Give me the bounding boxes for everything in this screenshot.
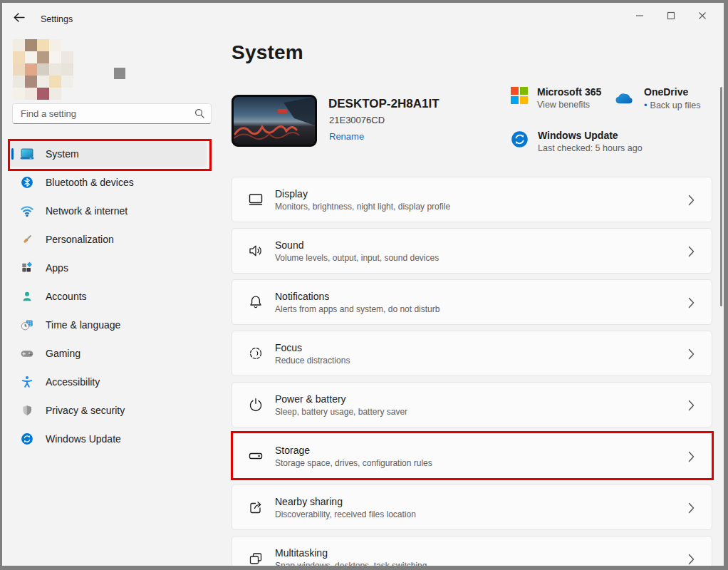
- focus-icon: [246, 344, 265, 363]
- window-border-left: [0, 0, 2, 570]
- shield-icon: [19, 403, 36, 418]
- setting-title: Multitasking: [275, 547, 427, 559]
- setting-subtitle: Discoverability, received files location: [275, 509, 416, 519]
- sync-icon: [19, 431, 36, 447]
- person-icon: [19, 289, 36, 304]
- window-border-bottom: [0, 566, 728, 570]
- device-thumbnail: [232, 95, 317, 147]
- setting-title: Nearby sharing: [275, 496, 416, 507]
- sidebar-item-personalization[interactable]: Personalization: [9, 227, 207, 252]
- drive-icon: [246, 447, 265, 465]
- selected-indicator: [11, 148, 14, 160]
- chevron-right-icon: [688, 297, 695, 309]
- bluetooth-icon: [19, 175, 36, 190]
- power-icon: [246, 395, 265, 414]
- settings-list: Display Monitors, brightness, night ligh…: [232, 177, 712, 570]
- settings-row-power-battery[interactable]: Power & battery Sleep, battery usage, ba…: [232, 382, 712, 428]
- sidebar-item-label: Time & language: [46, 319, 120, 331]
- sidebar-item-label: System: [46, 148, 79, 160]
- setting-title: Notifications: [275, 291, 440, 302]
- close-icon: [698, 11, 707, 20]
- sidebar-item-time-language[interactable]: Time & language: [9, 312, 207, 338]
- sidebar-item-accounts[interactable]: Accounts: [9, 284, 207, 309]
- maximize-icon: [667, 11, 675, 20]
- accessibility-person-icon: [19, 374, 36, 390]
- chevron-right-icon: [688, 554, 695, 565]
- promo-subtitle: •Back up files: [644, 100, 700, 110]
- microsoft-365-card[interactable]: Microsoft 365 View benefits: [510, 86, 601, 110]
- wifi-icon: [19, 203, 36, 219]
- sidebar-item-gaming[interactable]: Gaming: [9, 341, 207, 366]
- setting-title: Focus: [275, 342, 350, 353]
- sidebar-item-privacy-security[interactable]: Privacy & security: [9, 398, 207, 423]
- monitor-icon: [246, 190, 265, 209]
- promo-subtitle: Last checked: 5 hours ago: [538, 143, 643, 153]
- sidebar-item-label: Privacy & security: [46, 405, 125, 416]
- maximize-button[interactable]: [655, 6, 687, 26]
- sidebar-item-label: Accounts: [46, 291, 87, 302]
- sidebar-item-label: Gaming: [46, 348, 80, 359]
- windows-update-icon: [510, 130, 529, 149]
- device-model: 21E30076CD: [329, 115, 385, 125]
- search-icon: [194, 108, 205, 119]
- minimize-button[interactable]: [624, 6, 655, 26]
- laptop-icon: [19, 146, 36, 162]
- setting-title: Display: [275, 188, 450, 200]
- chevron-right-icon: [688, 451, 695, 462]
- setting-subtitle: Volume levels, output, input, sound devi…: [275, 253, 439, 263]
- chevron-right-icon: [688, 502, 695, 514]
- sidebar-item-accessibility[interactable]: Accessibility: [9, 369, 207, 395]
- search-input[interactable]: [12, 103, 212, 124]
- back-button[interactable]: [10, 9, 28, 26]
- sidebar-item-label: Apps: [46, 262, 68, 274]
- sidebar-item-bluetooth-devices[interactable]: Bluetooth & devices: [9, 170, 207, 195]
- chevron-right-icon: [688, 348, 695, 360]
- settings-row-focus[interactable]: Focus Reduce distractions: [232, 331, 712, 376]
- settings-row-notifications[interactable]: Notifications Alerts from apps and syste…: [232, 279, 712, 325]
- rename-link[interactable]: Rename: [329, 131, 364, 142]
- chevron-right-icon: [688, 195, 695, 206]
- sidebar-item-system[interactable]: System: [9, 141, 207, 167]
- windows-update-card[interactable]: Windows Update Last checked: 5 hours ago: [510, 130, 643, 153]
- sidebar-item-label: Accessibility: [46, 376, 100, 388]
- scrollbar-thumb[interactable]: [720, 87, 722, 306]
- page-title: System: [232, 41, 303, 64]
- sidebar-item-windows-update[interactable]: Windows Update: [9, 426, 207, 452]
- device-name: DESKTOP-2H8A1IT: [328, 97, 440, 111]
- onedrive-card[interactable]: OneDrive •Back up files: [614, 86, 700, 110]
- chevron-right-icon: [688, 246, 695, 257]
- settings-row-sound[interactable]: Sound Volume levels, output, input, soun…: [232, 228, 712, 274]
- back-arrow-icon: [13, 12, 26, 23]
- setting-subtitle: Reduce distractions: [275, 356, 350, 366]
- bell-icon: [246, 293, 265, 311]
- onedrive-cloud-icon: [614, 92, 635, 106]
- share-icon: [246, 498, 265, 517]
- window-border-top: [0, 0, 728, 3]
- avatar: [13, 39, 73, 100]
- brush-icon: [19, 232, 36, 247]
- sidebar-item-label: Network & internet: [46, 205, 128, 217]
- search-box: [12, 103, 212, 124]
- minimize-icon: [635, 11, 644, 20]
- promo-title: OneDrive: [644, 86, 700, 98]
- sidebar-item-label: Windows Update: [46, 433, 121, 445]
- microsoft-365-logo: [510, 86, 529, 105]
- window-controls: [624, 6, 718, 26]
- settings-row-display[interactable]: Display Monitors, brightness, night ligh…: [232, 177, 712, 222]
- setting-subtitle: Monitors, brightness, night light, displ…: [275, 202, 450, 212]
- sidebar-item-network-internet[interactable]: Network & internet: [9, 198, 207, 224]
- close-button[interactable]: [687, 6, 718, 26]
- gamepad-icon: [19, 346, 36, 361]
- sidebar-item-apps[interactable]: Apps: [9, 255, 207, 281]
- setting-subtitle: Alerts from apps and system, do not dist…: [275, 304, 440, 314]
- settings-row-storage[interactable]: Storage Storage space, drives, configura…: [232, 433, 712, 479]
- promo-subtitle: View benefits: [537, 100, 601, 110]
- setting-title: Power & battery: [275, 393, 407, 405]
- sidebar-item-label: Bluetooth & devices: [46, 177, 134, 188]
- settings-window: Settings: [0, 0, 728, 570]
- setting-title: Storage: [275, 445, 432, 456]
- setting-subtitle: Storage space, drives, configuration rul…: [275, 458, 432, 468]
- settings-row-multitasking[interactable]: Multitasking Snap windows, desktops, tas…: [232, 536, 712, 570]
- setting-title: Sound: [275, 239, 439, 251]
- settings-row-nearby-sharing[interactable]: Nearby sharing Discoverability, received…: [232, 484, 712, 530]
